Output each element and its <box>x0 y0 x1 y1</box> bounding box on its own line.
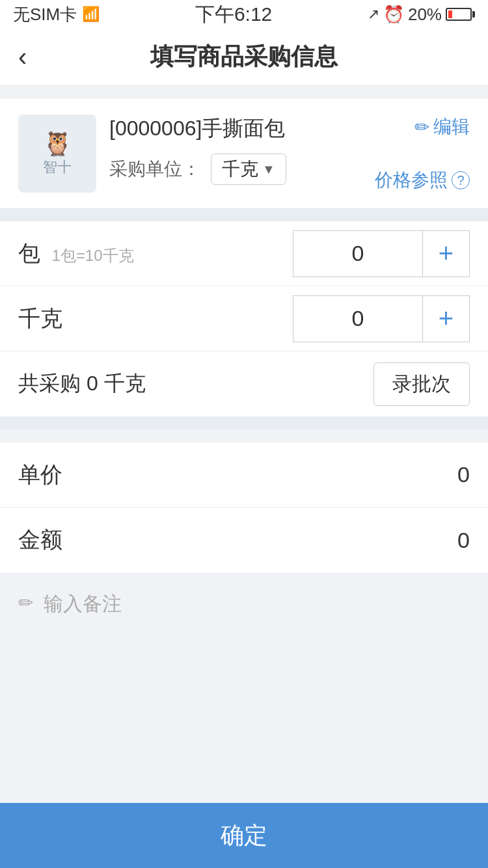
summary-row: 共采购 0 千克 录批次 <box>0 351 488 416</box>
wifi-icon: 📶 <box>82 6 100 23</box>
unit-price-label: 单价 <box>18 460 62 490</box>
divider-2 <box>0 416 488 429</box>
battery-icon <box>446 8 475 21</box>
location-icon: ↗ <box>368 6 379 23</box>
unit-select[interactable]: 千克 ▼ <box>211 154 286 185</box>
carrier-text: 无SIM卡 <box>13 3 77 26</box>
bao-input[interactable] <box>293 230 423 277</box>
amount-value: 0 <box>457 528 470 553</box>
bao-row: 包 1包=10千克 + <box>0 221 488 286</box>
unit-arrow-icon: ▼ <box>262 162 275 177</box>
product-logo-text: 智十 <box>43 157 72 177</box>
unit-price-row: 单价 0 <box>0 442 488 508</box>
pencil-icon: ✏ <box>18 592 33 614</box>
unit-value: 千克 <box>222 157 258 182</box>
price-ref-label: 价格参照 <box>375 168 448 193</box>
alarm-icon: ⏰ <box>383 5 404 25</box>
unit-price-value: 0 <box>457 462 470 487</box>
kg-plus-button[interactable]: + <box>423 295 470 342</box>
summary-text: 共采购 0 千克 <box>18 370 146 398</box>
edit-button[interactable]: ✏ 编辑 <box>414 115 470 139</box>
status-right: ↗ ⏰ 20% <box>368 5 475 25</box>
price-ref-help-icon: ? <box>452 171 470 189</box>
bao-plus-button[interactable]: + <box>423 230 470 277</box>
status-time: 下午6:12 <box>195 1 272 28</box>
input-section: 包 1包=10千克 + 千克 + <box>0 221 488 351</box>
nav-bar: ‹ 填写商品采购信息 <box>0 29 488 86</box>
remark-placeholder: 输入备注 <box>44 591 122 617</box>
product-image: 🦉 智十 <box>18 115 96 193</box>
product-card: 🦉 智十 [0000006]手撕面包 采购单位： 千克 ▼ ✏ 编辑 价格参照 … <box>0 99 488 208</box>
product-logo-icon: 🦉 <box>43 130 72 157</box>
unit-label: 采购单位： <box>109 157 200 182</box>
bao-label: 包 1包=10千克 <box>18 239 293 269</box>
status-left: 无SIM卡 📶 <box>13 3 100 26</box>
batch-button[interactable]: 录批次 <box>373 362 470 406</box>
bao-sublabel: 1包=10千克 <box>51 247 133 264</box>
kg-label: 千克 <box>18 304 293 334</box>
confirm-button[interactable]: 确定 <box>0 803 488 868</box>
kg-input[interactable] <box>293 295 423 342</box>
kg-qty-control: + <box>293 295 470 342</box>
edit-icon: ✏ <box>414 116 429 138</box>
amount-row: 金额 0 <box>0 508 488 573</box>
status-bar: 无SIM卡 📶 下午6:12 ↗ ⏰ 20% <box>0 0 488 29</box>
bao-qty-control: + <box>293 230 470 277</box>
edit-label: 编辑 <box>433 115 470 139</box>
page-title: 填写商品采购信息 <box>150 41 338 73</box>
info-section: 单价 0 金额 0 <box>0 442 488 573</box>
battery-percent: 20% <box>408 5 442 25</box>
divider-1 <box>0 208 488 221</box>
back-button[interactable]: ‹ <box>18 42 27 72</box>
remark-section[interactable]: ✏ 输入备注 <box>0 573 488 651</box>
kg-row: 千克 + <box>0 286 488 351</box>
price-ref-button[interactable]: 价格参照 ? <box>375 168 470 193</box>
amount-label: 金额 <box>18 525 62 555</box>
